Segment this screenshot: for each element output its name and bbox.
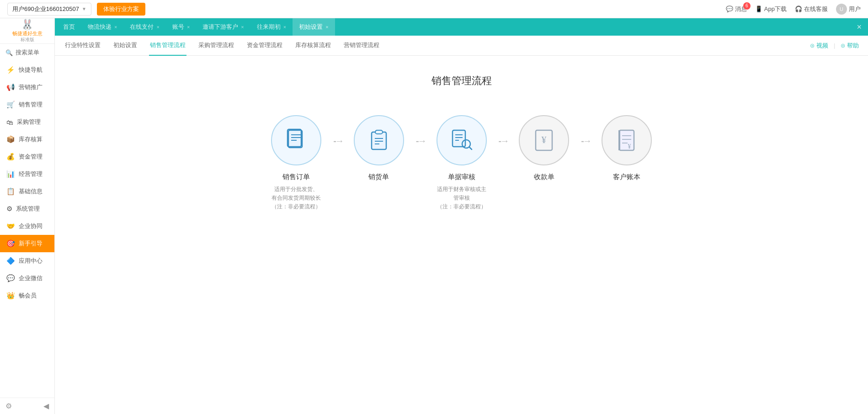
sidebar-item-enterprise-wechat[interactable]: 💬企业微信 — [0, 270, 54, 287]
nav-tabs-bar: 首页物流快递 ×在线支付 ×账号 ×邀请下游客户 ×往来期初 ×初始设置 × × — [55, 18, 868, 36]
nav-tab-history[interactable]: 往来期初 × — [250, 18, 293, 36]
sub-tab-finance-flow[interactable]: 资金管理流程 — [246, 36, 283, 56]
search-menu-button[interactable]: 🔍 搜索菜单 — [0, 44, 54, 61]
quick-nav-icon: ⚡ — [6, 66, 15, 74]
main-content: 行业特性设置初始设置销售管理流程采购管理流程资金管理流程库存核算流程营销管理流程… — [55, 36, 868, 414]
flow-title: 销售管理流程 — [82, 74, 841, 88]
flow-arrow-3: ···→ — [498, 115, 508, 146]
sub-tab-inventory-flow[interactable]: 库存核算流程 — [294, 36, 332, 56]
sidebar-item-quick-nav[interactable]: ⚡快捷导航 — [0, 61, 54, 79]
close-all-tabs-button[interactable]: × — [852, 22, 866, 32]
sidebar-nav: ⚡快捷导航📢营销推广🛒销售管理🛍采购管理📦库存核算💰资金管理📊经营管理📋基础信息… — [0, 61, 54, 304]
app-download-label: App下载 — [764, 5, 787, 13]
nav-tab-invite[interactable]: 邀请下游客户 × — [196, 18, 250, 36]
app-download-button[interactable]: 📱 App下载 — [755, 5, 787, 13]
step-circle-doc-review — [437, 115, 487, 165]
top-bar-left: 用户690企业1660120507 ▼ 体验行业方案 — [7, 3, 145, 16]
phone-icon: 📱 — [755, 5, 762, 12]
tab-label: 往来期初 — [257, 23, 281, 31]
flow-steps: 销售订单 适用于分批发货、有合同发货周期较长（注：非必要流程） ···→ 销货单… — [82, 115, 841, 212]
tab-close-icon[interactable]: × — [114, 24, 117, 30]
marketing-promo-icon: 📢 — [6, 83, 15, 91]
finance-mgmt-icon: 💰 — [6, 153, 15, 161]
nav-tab-account[interactable]: 账号 × — [166, 18, 196, 36]
sidebar-item-label: 资金管理 — [19, 153, 43, 161]
sidebar-item-marketing-promo[interactable]: 📢营销推广 — [0, 79, 54, 96]
flow-step-sales-order[interactable]: 销售订单 适用于分批发货、有合同发货周期较长（注：非必要流程） — [260, 115, 333, 212]
flow-arrow-1: ···→ — [333, 115, 342, 146]
sidebar-logo[interactable]: 🐰 畅捷通好生意 标准版 — [0, 18, 54, 44]
svg-text:¥: ¥ — [542, 134, 547, 145]
message-badge: 6 — [743, 2, 751, 10]
user-name-label: 用户 — [849, 5, 861, 13]
tab-label: 账号 — [172, 23, 184, 31]
collapse-icon[interactable]: ◀ — [43, 402, 49, 410]
video-help-link[interactable]: ⊙ 视频 — [810, 42, 828, 50]
sidebar-item-app-center[interactable]: 🔷应用中心 — [0, 252, 54, 270]
tab-close-icon[interactable]: × — [156, 24, 159, 30]
sidebar-item-label: 系统管理 — [16, 205, 40, 213]
step-circle-customer-ledger: ¥ — [602, 115, 652, 165]
sidebar-item-ops-mgmt[interactable]: 📊经营管理 — [0, 165, 54, 183]
sidebar-item-inventory[interactable]: 📦库存核算 — [0, 131, 54, 148]
sub-tab-marketing-flow[interactable]: 营销管理流程 — [343, 36, 380, 56]
step-circle-receipt: ¥ — [519, 115, 569, 165]
online-service-label: 在线客服 — [804, 5, 828, 13]
step-desc-doc-review: 适用于财务审核或主管审核（注：非必要流程） — [437, 185, 486, 212]
online-service-button[interactable]: 🎧 在线客服 — [795, 5, 828, 13]
step-circle-sales-invoice — [354, 115, 404, 165]
logo-main-text: 畅捷通好生意 — [12, 31, 43, 37]
nav-tab-init-settings[interactable]: 初始设置 × — [293, 18, 335, 36]
flow-step-receipt[interactable]: ¥ 收款单 — [507, 115, 580, 185]
sidebar-item-enterprise-coop[interactable]: 🤝企业协同 — [0, 218, 54, 235]
sidebar-item-label: 新手引导 — [19, 239, 43, 248]
nav-tab-home[interactable]: 首页 — [57, 18, 81, 36]
flow-step-doc-review[interactable]: 单据审核 适用于财务审核或主管审核（注：非必要流程） — [425, 115, 498, 212]
app-center-icon: 🔷 — [6, 257, 15, 265]
nav-tabs: 首页物流快递 ×在线支付 ×账号 ×邀请下游客户 ×往来期初 ×初始设置 × — [57, 18, 335, 36]
step-name-receipt: 收款单 — [534, 173, 554, 181]
sidebar-item-finance-mgmt[interactable]: 💰资金管理 — [0, 148, 54, 165]
step-name-sales-invoice: 销货单 — [368, 173, 389, 181]
tab-label: 在线支付 — [130, 23, 154, 31]
tab-close-icon[interactable]: × — [325, 24, 328, 30]
nav-tab-payment[interactable]: 在线支付 × — [123, 18, 165, 36]
sidebar-item-vip[interactable]: 👑畅会员 — [0, 287, 54, 304]
sidebar-item-label: 库存核算 — [19, 135, 43, 143]
sidebar-item-sales-mgmt[interactable]: 🛒销售管理 — [0, 96, 54, 113]
sidebar-item-purchase-mgmt[interactable]: 🛍采购管理 — [0, 113, 54, 131]
tab-close-icon[interactable]: × — [241, 24, 244, 30]
sub-tabs: 行业特性设置初始设置销售管理流程采购管理流程资金管理流程库存核算流程营销管理流程… — [55, 36, 868, 56]
sub-tab-industry-settings[interactable]: 行业特性设置 — [64, 36, 101, 56]
svg-text:¥: ¥ — [628, 143, 631, 150]
headset-icon: 🎧 — [795, 5, 802, 12]
step-desc-sales-order: 适用于分批发货、有合同发货周期较长（注：非必要流程） — [272, 185, 321, 212]
sidebar-item-basic-info[interactable]: 📋基础信息 — [0, 183, 54, 200]
tab-close-icon[interactable]: × — [187, 24, 190, 30]
sub-tab-purchase-flow[interactable]: 采购管理流程 — [197, 36, 235, 56]
user-selector[interactable]: 用户690企业1660120507 ▼ — [7, 3, 91, 16]
flow-step-sales-invoice[interactable]: 销货单 — [342, 115, 415, 185]
purchase-mgmt-icon: 🛍 — [6, 118, 13, 126]
settings-icon[interactable]: ⚙ — [5, 402, 12, 410]
sidebar-item-newbie-guide[interactable]: 🎯新手引导 — [0, 235, 54, 252]
flow-step-customer-ledger[interactable]: ¥ 客户账本 — [590, 115, 663, 185]
user-menu[interactable]: U 用户 — [836, 4, 861, 15]
svg-rect-10 — [453, 130, 465, 147]
message-button[interactable]: 💬 消息 6 — [726, 5, 747, 13]
ops-mgmt-icon: 📊 — [6, 170, 15, 178]
help-link[interactable]: ⊙ 帮助 — [841, 42, 859, 50]
sub-tab-sales-flow[interactable]: 销售管理流程 — [149, 36, 186, 56]
vip-icon: 👑 — [6, 292, 15, 300]
logo-sub-text: 标准版 — [21, 37, 34, 43]
nav-tab-logistics[interactable]: 物流快递 × — [81, 18, 123, 36]
sidebar-item-label: 销售管理 — [19, 101, 43, 109]
enterprise-wechat-icon: 💬 — [6, 274, 15, 282]
tab-close-icon[interactable]: × — [283, 24, 286, 30]
experience-button[interactable]: 体验行业方案 — [97, 3, 145, 16]
sidebar-item-label: 快捷导航 — [19, 66, 43, 74]
sidebar-item-sys-mgmt[interactable]: ⚙系统管理 — [0, 200, 54, 218]
sub-tab-init-settings[interactable]: 初始设置 — [112, 36, 138, 56]
sidebar-item-label: 企业协同 — [19, 222, 43, 230]
flow-container: 销售管理流程 销售订单 适用于分批发货、有合同发货周期较长（注：非必要流程） ·… — [55, 56, 868, 230]
